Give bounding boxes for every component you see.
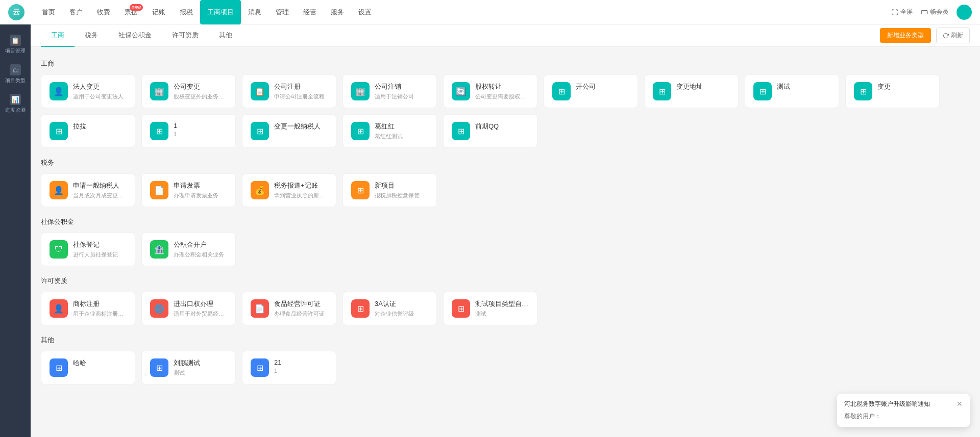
card-desc-import-export: 适用于对外贸易经营者	[174, 310, 227, 318]
card-apply-taxpayer[interactable]: 👤申请一般纳税人当月或次月成变更完成	[41, 173, 135, 207]
card-test-type[interactable]: ⊞测试项目类型自定义测试	[443, 292, 537, 325]
card-info-3a-cert: 3A认证对企业信誉评级	[375, 299, 428, 318]
nav-item-message[interactable]: 消息	[241, 0, 268, 24]
card-info-company-cancel: 公司注销适用于注销公司	[375, 82, 428, 100]
card-social-reg[interactable]: 🛡社保登记进行人员社保登记	[41, 233, 135, 266]
card-icon-trademark: 👤	[50, 299, 68, 318]
card-desc-test-type: 测试	[475, 310, 529, 318]
card-one[interactable]: ⊞11	[141, 114, 236, 148]
card-company-cancel[interactable]: 🏢公司注销适用于注销公司	[342, 74, 437, 108]
nav-item-service[interactable]: 服务	[324, 0, 351, 24]
sidebar-item-project-type[interactable]: 🗂项目类型	[0, 59, 31, 89]
card-icon-change: ⊞	[854, 82, 872, 100]
user-avatar[interactable]	[957, 5, 972, 20]
fullscreen-btn[interactable]: 全屏	[891, 8, 913, 16]
card-test[interactable]: ⊞测试	[745, 74, 839, 108]
card-desc-legal-change: 适用于公司变更法人	[73, 93, 127, 100]
card-name-new-project: 新项目	[375, 181, 428, 190]
member-btn[interactable]: 畅会员	[921, 8, 948, 16]
card-icon-prev-qq: ⊞	[452, 122, 470, 140]
card-icon-food-license: 📄	[251, 299, 269, 318]
card-icon-change-address: ⊞	[653, 82, 671, 100]
card-name-test: 测试	[777, 82, 830, 91]
nav-item-settings[interactable]: 设置	[351, 0, 379, 24]
card-info-change: 变更	[877, 82, 931, 93]
card-equity-transfer[interactable]: 🔄股权转让公司变更需要股权转让	[443, 74, 537, 108]
nav-item-accounting[interactable]: 记账	[145, 0, 173, 24]
card-3a-cert[interactable]: ⊞3A认证对企业信誉评级	[342, 292, 437, 325]
card-icon-new-project: ⊞	[351, 181, 370, 199]
card-icon-lala: ⊞	[50, 122, 68, 140]
card-info-new-project: 新项目报税加税控盘保管	[375, 181, 428, 199]
section-title-shebao: 社保公积金	[41, 217, 970, 226]
card-import-export[interactable]: 🌐进出口权办理适用于对外贸易经营者	[141, 292, 236, 325]
card-grid-xuke: 👤商标注册用于企业商标注册服务🌐进出口权办理适用于对外贸易经营者📄食品经营许可证…	[41, 292, 970, 325]
section-title-xuke: 许可资质	[41, 276, 970, 286]
tab-xuke[interactable]: 许可资质	[162, 24, 209, 47]
card-prev-qq[interactable]: ⊞前期QQ	[443, 114, 537, 148]
card-liupeng-test[interactable]: ⊞刘鹏测试测试	[141, 351, 236, 384]
card-change[interactable]: ⊞变更	[845, 74, 940, 108]
card-apply-invoice[interactable]: 📄申请发票办理申请发票业务	[141, 173, 236, 207]
tab-qita[interactable]: 其他	[209, 24, 242, 47]
nav-item-billing[interactable]: 收费	[90, 0, 117, 24]
card-tax-report[interactable]: 💰税务报道+记账拿到营业执照的新公司	[242, 173, 336, 207]
card-change-address[interactable]: ⊞变更地址	[644, 74, 739, 108]
card-icon-social-reg: 🛡	[50, 240, 68, 259]
nav-item-mgmt[interactable]: 管理	[268, 0, 296, 24]
card-trademark[interactable]: 👤商标注册用于企业商标注册服务	[41, 292, 135, 325]
card-company-reg[interactable]: 📋公司注册申请公司注册全流程	[242, 74, 336, 108]
notification-close[interactable]: ✕	[957, 400, 963, 408]
card-info-test-type: 测试项目类型自定义测试	[475, 299, 529, 318]
card-twenty-one[interactable]: ⊞211	[242, 351, 336, 384]
card-open-company[interactable]: ⊞开公司	[544, 74, 638, 108]
card-info-social-reg: 社保登记进行人员社保登记	[73, 240, 127, 259]
refresh-label: 刷新	[951, 31, 963, 40]
card-info-tax-report: 税务报道+记账拿到营业执照的新公司	[274, 181, 328, 199]
card-icon-3a-cert: ⊞	[351, 299, 370, 318]
card-legal-change[interactable]: 👤法人变更适用于公司变更法人	[41, 74, 135, 108]
refresh-button[interactable]: 刷新	[936, 28, 970, 43]
card-name-tax-report: 税务报道+记账	[274, 181, 328, 190]
card-haha[interactable]: ⊞哈哈	[41, 351, 135, 384]
card-info-mohonghong: 葛红红葛红红测试	[375, 122, 428, 140]
card-new-project[interactable]: ⊞新项目报税加税控盘保管	[342, 173, 437, 207]
card-name-mohonghong: 葛红红	[375, 122, 428, 131]
card-desc-mohonghong: 葛红红测试	[375, 133, 428, 140]
card-icon-import-export: 🌐	[150, 299, 168, 318]
card-info-haha: 哈哈	[73, 358, 127, 369]
nav-item-home[interactable]: 首页	[35, 0, 62, 24]
tab-gongshang[interactable]: 工商	[41, 24, 75, 47]
card-info-open-company: 开公司	[576, 82, 629, 93]
add-type-button[interactable]: 新增业务类型	[880, 28, 931, 43]
card-food-license[interactable]: 📄食品经营许可证办理食品经营许可证	[242, 292, 336, 325]
card-icon-provident-fund: 🏦	[150, 240, 168, 259]
sidebar-item-project-mgmt[interactable]: 📋项目管理	[0, 30, 31, 59]
card-info-provident-fund: 公积金开户办理公积金相关业务	[174, 240, 227, 259]
card-name-one: 1	[174, 122, 227, 130]
fullscreen-label: 全屏	[900, 8, 913, 16]
nav-item-operation[interactable]: 经营	[296, 0, 324, 24]
nav-item-biz[interactable]: 工商项目	[200, 0, 241, 24]
progress-label: 进度监测	[5, 107, 26, 113]
card-info-prev-qq: 前期QQ	[475, 122, 529, 133]
nav-right: 全屏 畅会员	[891, 5, 972, 20]
nav-item-tickets[interactable]: 票据new	[117, 0, 145, 24]
card-icon-change-taxpayer: ⊞	[251, 122, 269, 140]
tab-shuiwu[interactable]: 税务	[75, 24, 108, 47]
card-grid-shebao: 🛡社保登记进行人员社保登记🏦公积金开户办理公积金相关业务	[41, 233, 970, 266]
card-mohonghong[interactable]: ⊞葛红红葛红红测试	[342, 114, 437, 148]
card-icon-apply-taxpayer: 👤	[50, 181, 68, 199]
card-icon-company-reg: 📋	[251, 82, 269, 100]
notification-title: 河北税务数字账户升级影响通知	[844, 400, 930, 408]
tab-shebao[interactable]: 社保公积金	[108, 24, 162, 47]
nav-item-tax[interactable]: 报税	[173, 0, 200, 24]
sidebar-item-progress[interactable]: 📊进度监测	[0, 89, 31, 118]
notification-header: 河北税务数字账户升级影响通知 ✕	[844, 400, 963, 408]
card-company-change[interactable]: 🏢公司变更股权变更外的业务变更	[141, 74, 236, 108]
card-change-taxpayer[interactable]: ⊞变更一般纳税人	[242, 114, 336, 148]
card-provident-fund[interactable]: 🏦公积金开户办理公积金相关业务	[141, 233, 236, 266]
nav-item-client[interactable]: 客户	[62, 0, 90, 24]
card-lala[interactable]: ⊞拉拉	[41, 114, 135, 148]
main-content: 工商税务社保公积金许可资质其他 新增业务类型 刷新 工商👤法人变更适用于公司变更…	[31, 24, 980, 437]
